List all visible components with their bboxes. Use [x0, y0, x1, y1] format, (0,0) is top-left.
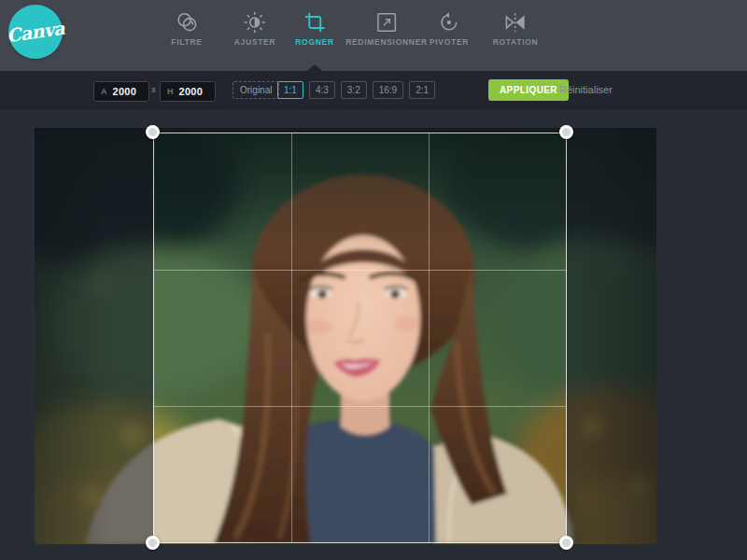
tool-pivoter[interactable]: PIVOTER: [430, 10, 469, 47]
height-input-value: 2000: [179, 86, 204, 97]
tool-rogner[interactable]: ROGNER: [295, 10, 334, 47]
flip-horizontal-icon: [503, 10, 528, 35]
width-input-label: A: [101, 87, 107, 96]
crop-grid-vertical-line: [429, 133, 430, 542]
crop-region[interactable]: [153, 133, 567, 543]
tool-label: AJUSTER: [234, 37, 276, 47]
filter-icon: [175, 10, 199, 35]
ratio-button-16-9[interactable]: 16:9: [373, 81, 403, 99]
resize-icon: [374, 10, 399, 35]
crop-handle-bottom-left[interactable]: [146, 536, 160, 550]
canva-logo-text: Canva: [6, 18, 66, 46]
tool-label: ROGNER: [295, 37, 334, 47]
height-input[interactable]: H 2000: [160, 81, 216, 102]
reset-link[interactable]: Réinitialiser: [559, 84, 613, 95]
tool-filtre[interactable]: FILTRE: [171, 10, 202, 47]
width-input-value: 2000: [113, 86, 137, 97]
tool-label: REDIMENSIONNER: [345, 37, 428, 47]
ratio-button-2-1[interactable]: 2:1: [409, 81, 435, 99]
ratio-button-group: 1:1 4:3 3:2 16:9 2:1: [277, 81, 435, 99]
canva-logo[interactable]: Canva: [8, 5, 63, 59]
crop-grid-horizontal-line: [154, 406, 566, 407]
tool-label: ROTATION: [493, 37, 539, 47]
crop-handle-top-left[interactable]: [146, 125, 160, 139]
crop-icon: [303, 10, 327, 35]
crop-handle-top-right[interactable]: [559, 125, 573, 139]
tool-label: FILTRE: [171, 37, 202, 47]
brightness-icon: [243, 10, 267, 35]
tool-ajuster[interactable]: AJUSTER: [234, 10, 276, 47]
top-toolbar: Canva FILTRE AJUSTER: [0, 0, 747, 71]
crop-options-bar: A 2000 x H 2000 Original 1:1 4:3 3:2 16:…: [0, 71, 747, 110]
crop-grid-vertical-line: [291, 133, 292, 542]
ratio-button-1-1[interactable]: 1:1: [277, 81, 303, 99]
apply-button[interactable]: APPLIQUER: [488, 79, 569, 101]
rotate-ccw-icon: [437, 10, 461, 35]
dimension-separator: x: [151, 85, 156, 94]
ratio-button-original[interactable]: Original: [233, 81, 279, 99]
tool-label: PIVOTER: [430, 37, 469, 47]
tool-redimensionner[interactable]: REDIMENSIONNER: [345, 10, 428, 47]
crop-grid-horizontal-line: [154, 270, 566, 271]
ratio-button-4-3[interactable]: 4:3: [309, 81, 335, 99]
width-input[interactable]: A 2000: [93, 81, 149, 102]
active-tool-notch: [307, 64, 322, 71]
height-input-label: H: [167, 87, 174, 96]
crop-handle-bottom-right[interactable]: [559, 536, 573, 550]
photo-canvas: [35, 128, 656, 544]
ratio-button-3-2[interactable]: 3:2: [341, 81, 367, 99]
tool-rotation[interactable]: ROTATION: [493, 10, 539, 47]
